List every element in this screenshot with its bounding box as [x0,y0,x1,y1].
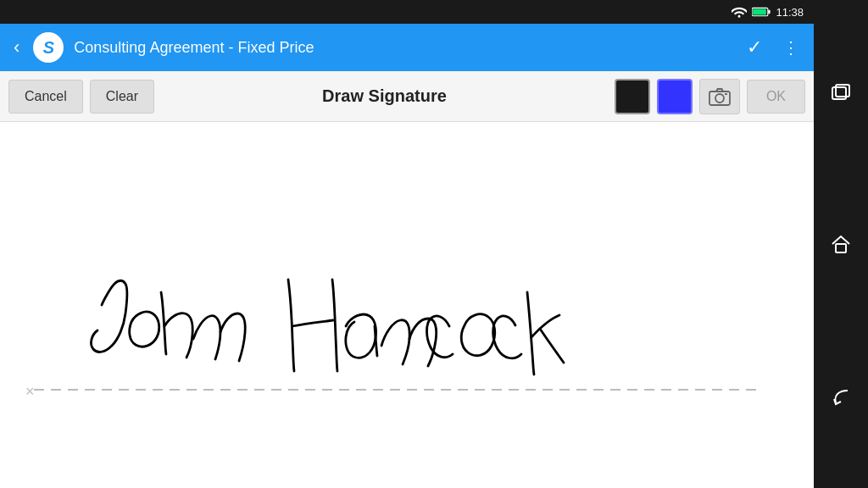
svg-point-4 [715,94,724,103]
color-swatch-black[interactable] [615,79,650,114]
back-button[interactable]: ‹ [7,30,26,65]
menu-button[interactable]: ⋮ [776,30,807,64]
toolbar-title: Consulting Agreement - Fixed Price [74,39,733,57]
status-bar: 11:38 [0,0,814,24]
recent-apps-button[interactable] [822,74,860,111]
ok-button[interactable]: OK [747,80,805,114]
confirm-button[interactable]: ✓ [740,30,769,65]
svg-text:×: × [25,383,35,400]
wifi-icon [732,6,747,18]
svg-rect-1 [769,10,771,14]
draw-signature-label: Draw Signature [161,86,608,106]
back-nav-button[interactable] [822,377,860,414]
action-bar: Cancel Clear Draw Signature OK [0,71,814,122]
cancel-button[interactable]: Cancel [8,80,83,114]
signature-drawing[interactable]: × [0,122,814,488]
app-logo: S [33,32,64,63]
status-time: 11:38 [776,6,804,19]
camera-icon [709,87,731,106]
clear-button[interactable]: Clear [90,80,154,114]
app-toolbar: ‹ S Consulting Agreement - Fixed Price ✓… [0,24,814,71]
color-swatch-blue[interactable] [657,79,693,114]
status-icons: 11:38 [732,6,804,19]
side-nav [814,0,868,488]
signature-area[interactable]: × [0,122,814,488]
svg-rect-5 [725,93,727,95]
home-button[interactable] [822,225,860,263]
svg-rect-10 [836,244,846,252]
svg-rect-2 [754,8,767,14]
battery-icon [752,7,771,17]
camera-button[interactable] [699,79,740,114]
